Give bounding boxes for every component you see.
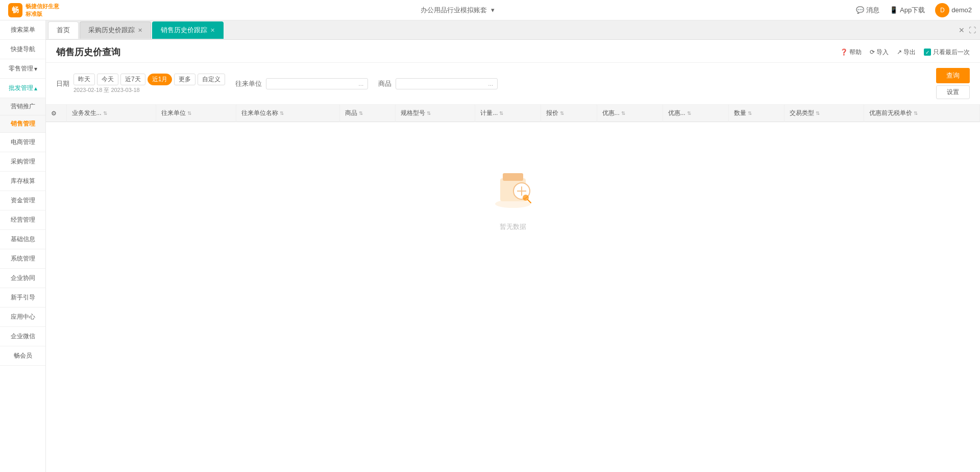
- page-title: 销售历史价查询: [56, 46, 120, 58]
- import-icon: ⟳: [870, 49, 875, 56]
- chevron-up-icon: ▴: [34, 85, 37, 92]
- th-partner-name[interactable]: 往来单位名称 ⇅: [236, 105, 339, 122]
- only-last-checkbox[interactable]: ✓ 只看最后一次: [924, 48, 970, 57]
- tab-bar-right: ✕ ⛶: [959, 26, 978, 34]
- date-btn-today[interactable]: 今天: [97, 74, 118, 85]
- user-profile[interactable]: D demo2: [935, 3, 972, 17]
- tab-bar: 首页 采购历史价跟踪 ✕ 销售历史价跟踪 ✕ ✕ ⛶: [46, 20, 980, 40]
- empty-state: 暂无数据: [46, 122, 980, 272]
- help-button[interactable]: ❓ 帮助: [840, 48, 862, 57]
- th-discount2[interactable]: 优惠... ⇅: [663, 105, 728, 122]
- top-bar: 畅 畅捷信好生意 标准版 办公用品行业模拟账套 ▾ 💬 消息 📱 App下载 D…: [0, 0, 980, 20]
- tab-home[interactable]: 首页: [48, 21, 79, 39]
- th-biz-date[interactable]: 业务发生... ⇅: [66, 105, 156, 122]
- chevron-down-icon: ▾: [34, 65, 37, 73]
- empty-illustration: [487, 163, 538, 214]
- th-discount1[interactable]: 优惠... ⇅: [597, 105, 663, 122]
- sort-icon-quote: ⇅: [560, 110, 564, 116]
- goods-input-dots: ...: [488, 80, 493, 87]
- sidebar-item-operations-mgmt[interactable]: 经营管理: [0, 210, 45, 230]
- app-selector[interactable]: 办公用品行业模拟账套 ▾: [421, 6, 495, 15]
- data-table: ⚙ 业务发生... ⇅ 往来单位: [46, 105, 980, 122]
- sidebar-item-purchase-mgmt[interactable]: 采购管理: [0, 152, 45, 172]
- logo-area: 畅 畅捷信好生意 标准版: [8, 3, 59, 17]
- setting-button[interactable]: 设置: [936, 85, 970, 99]
- tab-maximize-button[interactable]: ⛶: [969, 26, 976, 34]
- import-button[interactable]: ⟳ 导入: [870, 48, 889, 57]
- sidebar-item-wholesale-mgmt[interactable]: 批发管理 ▴: [0, 79, 45, 98]
- date-buttons: 昨天 今天 近7天 近1月 更多 自定义: [74, 74, 225, 85]
- sort-icon-biz-date: ⇅: [103, 110, 107, 116]
- content-area: 销售历史价查询 ❓ 帮助 ⟳ 导入 ↗ 导出 ✓: [46, 40, 980, 472]
- date-btn-custom[interactable]: 自定义: [198, 74, 225, 85]
- sort-icon-trade-type: ⇅: [816, 110, 820, 116]
- logo-icon: 畅: [8, 3, 22, 17]
- sort-icon-discount2: ⇅: [687, 110, 691, 116]
- sidebar-item-enterprise-cooperation[interactable]: 企业协同: [0, 269, 45, 288]
- message-icon: 💬: [856, 6, 864, 14]
- sidebar-item-marketing[interactable]: 营销推广: [0, 98, 45, 115]
- sidebar: 搜索菜单 快捷导航 零售管理 ▾ 批发管理 ▴ 营销推广 销售管理 电商管理 采…: [0, 20, 46, 472]
- export-button[interactable]: ↗ 导出: [897, 48, 916, 57]
- sidebar-item-sales-mgmt[interactable]: 销售管理: [0, 115, 45, 133]
- sidebar-item-quick-nav[interactable]: 快捷导航: [0, 40, 45, 59]
- th-unit[interactable]: 计量... ⇅: [475, 105, 541, 122]
- sort-icon-partner-name: ⇅: [280, 110, 284, 116]
- sidebar-item-member[interactable]: 畅会员: [0, 346, 45, 366]
- date-btn-1month[interactable]: 近1月: [148, 74, 173, 85]
- goods-input[interactable]: ...: [396, 78, 498, 89]
- date-btn-more[interactable]: 更多: [174, 74, 195, 85]
- sort-icon-discount1: ⇅: [621, 110, 625, 116]
- th-quote[interactable]: 报价 ⇅: [541, 105, 597, 122]
- filter-bar: 日期 昨天 今天 近7天 近1月 更多 自定义 2023-02-18 至 202…: [46, 63, 980, 105]
- goods-filter-group: 商品 ...: [378, 78, 498, 89]
- svg-rect-2: [503, 173, 523, 181]
- th-trade-type[interactable]: 交易类型 ⇅: [785, 105, 864, 122]
- sidebar-item-enterprise-wechat[interactable]: 企业微信: [0, 327, 45, 346]
- top-bar-left: 畅 畅捷信好生意 标准版: [8, 3, 59, 17]
- query-button[interactable]: 查询: [936, 68, 970, 83]
- tab-close-sales[interactable]: ✕: [210, 27, 215, 34]
- th-gear[interactable]: ⚙: [46, 105, 66, 122]
- page-header: 销售历史价查询 ❓ 帮助 ⟳ 导入 ↗ 导出 ✓: [46, 40, 980, 63]
- table-header-row: ⚙ 业务发生... ⇅ 往来单位: [46, 105, 980, 122]
- page-header-actions: ❓ 帮助 ⟳ 导入 ↗ 导出 ✓ 只看最后一次: [840, 48, 970, 57]
- tab-purchase-history[interactable]: 采购历史价跟踪 ✕: [80, 21, 151, 39]
- sidebar-item-system-mgmt[interactable]: 系统管理: [0, 249, 45, 269]
- sidebar-item-search-menu[interactable]: 搜索菜单: [0, 20, 45, 40]
- th-qty[interactable]: 数量 ⇅: [728, 105, 784, 122]
- sidebar-item-retail-mgmt[interactable]: 零售管理 ▾: [0, 59, 45, 79]
- th-goods[interactable]: 商品 ⇅: [339, 105, 395, 122]
- filter-actions: 查询 设置: [936, 68, 970, 99]
- sort-icon-qty: ⇅: [748, 110, 752, 116]
- message-button[interactable]: 💬 消息: [856, 6, 879, 15]
- sidebar-item-finance-mgmt[interactable]: 资金管理: [0, 191, 45, 210]
- th-partner-code[interactable]: 往来单位 ⇅: [156, 105, 236, 122]
- gear-icon: ⚙: [51, 110, 57, 117]
- partner-input[interactable]: ...: [266, 78, 368, 89]
- date-btn-yesterday[interactable]: 昨天: [74, 74, 95, 85]
- date-filter-group: 日期 昨天 今天 近7天 近1月 更多 自定义 2023-02-18 至 202…: [56, 74, 225, 94]
- sort-icon-partner-code: ⇅: [187, 110, 191, 116]
- sidebar-item-basic-info[interactable]: 基础信息: [0, 230, 45, 249]
- th-pre-tax-price[interactable]: 优惠前无税单价 ⇅: [864, 105, 980, 122]
- chevron-down-icon: ▾: [491, 6, 495, 14]
- sidebar-item-app-center[interactable]: 应用中心: [0, 308, 45, 327]
- date-label: 日期: [56, 79, 69, 88]
- partner-filter-group: 往来单位 ...: [235, 78, 368, 89]
- sort-icon-spec: ⇅: [427, 110, 431, 116]
- app-download-button[interactable]: 📱 App下载: [890, 6, 925, 15]
- export-icon: ↗: [897, 49, 902, 56]
- sidebar-item-new-user-guide[interactable]: 新手引导: [0, 288, 45, 308]
- avatar: D: [935, 3, 949, 17]
- th-spec[interactable]: 规格型号 ⇅: [396, 105, 475, 122]
- tab-close-purchase[interactable]: ✕: [138, 27, 142, 34]
- tab-sales-history[interactable]: 销售历史价跟踪 ✕: [152, 21, 224, 39]
- sidebar-item-inventory-check[interactable]: 库存核算: [0, 172, 45, 191]
- sort-icon-pre-tax-price: ⇅: [914, 110, 918, 116]
- tab-close-all-button[interactable]: ✕: [959, 26, 965, 34]
- sidebar-item-ecommerce-mgmt[interactable]: 电商管理: [0, 133, 45, 152]
- date-btn-7days[interactable]: 近7天: [120, 74, 145, 85]
- table-container: ⚙ 业务发生... ⇅ 往来单位: [46, 105, 980, 472]
- main-layout: 搜索菜单 快捷导航 零售管理 ▾ 批发管理 ▴ 营销推广 销售管理 电商管理 采…: [0, 20, 980, 472]
